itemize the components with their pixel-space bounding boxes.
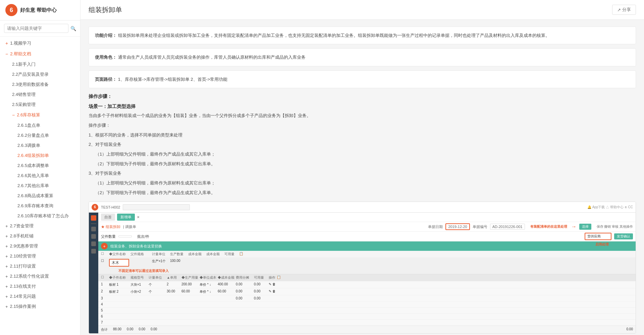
step1: 1、根据不同的业务，选择不同单据的类型来处理 [89, 131, 636, 139]
mock-sidebar-icon5 [91, 249, 96, 254]
share-icon: ↗ [617, 7, 621, 12]
mock-process-section: + 组装业务、拆卸业务在这里切换 启用处理 [98, 241, 636, 251]
mock-sidebar-icon2 [91, 227, 96, 231]
app-title: 好生意 帮助中心 [20, 7, 57, 13]
sidebar-item-28[interactable]: + 2.8手机旺铺 [0, 231, 80, 241]
step2-1: （1）上部明细为父件明细，最终作为产成品生成其它入库单； [89, 150, 636, 159]
mock-sub-th-qty1: ▲单用 [167, 275, 180, 280]
sidebar-item-263[interactable]: 2.6.3调拨单 [0, 141, 80, 151]
sidebar-item-264[interactable]: 2.6.4组装拆卸单 [0, 151, 80, 161]
mock-sub-row-1: 1 板材 1 大块×1 个 2 200.00 单价 * ↓ 400.00 0.0… [98, 281, 636, 288]
mock-unit-label: 批次/件 [137, 234, 149, 239]
annotation5-section: 不固定清单可以通过这里填写录入 [98, 268, 636, 274]
mock-date-label: 单据日期 [428, 224, 443, 229]
steps-sub-label: 操作步骤： [89, 121, 636, 130]
sidebar-item-265[interactable]: 2.6.5成本调整单 [0, 161, 80, 171]
mock-th-qty: 生产数量 [170, 252, 187, 257]
step2-2: （2）下部明细为子件明细，最终作为原材料生成其它出库单。 [89, 160, 636, 168]
expand-icon-212: + [5, 274, 8, 279]
path-label: 页面路径： [95, 77, 117, 82]
expand-icon: + [5, 41, 8, 46]
search-input[interactable] [4, 24, 68, 33]
mock-bottom-bar: 合计 88.00 0.00 0.00 0.00 0.00 [98, 326, 636, 333]
step3: 3、对于拆装业务 [89, 169, 636, 178]
mock-process-bar: + 组装业务、拆卸业务在这里切换 [98, 241, 636, 251]
step3-2: （2）下部明细为子件明细，最终作为产成品生成其它入库单。 [89, 189, 636, 197]
mock-sub-th-cost2: ◆成本金额 [218, 275, 234, 280]
mock-row1-cost1 [188, 259, 205, 267]
sidebar-item-26[interactable]: − 2.6库存核算 [0, 110, 80, 120]
logo-icon: 6 [5, 4, 17, 16]
mock-th-spec: 父件规格 [130, 252, 151, 257]
mock-th-total-cost: 成本金额 [206, 252, 223, 257]
sidebar-item-212[interactable]: + 2.12系统个性化设置 [0, 271, 80, 281]
mock-total-label: 合计 [101, 327, 108, 332]
expand-icon-210: + [5, 254, 8, 259]
sidebar-item-27[interactable]: + 2.7资金管理 [0, 221, 80, 231]
collapse-icon: − [5, 51, 8, 57]
mock-enable-field: 货供应商 [585, 233, 611, 240]
annotation4: 启用处理 [595, 242, 609, 247]
mock-th-check: ☐ [101, 252, 108, 257]
sidebar-item-29[interactable]: + 2.9优惠券管理 [0, 241, 80, 251]
sidebar-item-21[interactable]: 2.1新手入门 [0, 59, 80, 69]
sidebar-item-266[interactable]: 2.6.6其他入库单 [0, 171, 80, 181]
mock-action-btns: 保存 撤销 审核 其他操作 [597, 224, 633, 229]
mock-row1-qty: 100.00 [170, 259, 187, 267]
mock-search-bar [123, 204, 190, 210]
topbar: 组装拆卸单 ↗ 分享 [80, 0, 644, 20]
sidebar-item-214[interactable]: + 2.14常见问题 [0, 291, 80, 301]
annotation1: 有装配清单的在这里处理 [530, 224, 567, 229]
mock-right-icons: 🔔 App下载 △ 帮助中心 ⊕ CC [587, 205, 633, 210]
screenshot-inner: 6 TEST-H002 🔔 App下载 △ 帮助中心 ⊕ CC [89, 202, 636, 333]
sidebar-item-267[interactable]: 2.6.7其他出库单 [0, 181, 80, 191]
mock-logo: 6 [92, 204, 98, 211]
sidebar-item-210[interactable]: + 2.10经营管理 [0, 251, 80, 261]
mock-sub-row-2: 2 板材 2 小块×2 个 30.00 60.00 单价 * ↓ 60.00 0… [98, 288, 636, 295]
role-text: 通常由生产人员或库管人员完成拆装业务的操作，库管人员确认原材料的出库和产成品的入… [118, 55, 306, 60]
sidebar-item-215[interactable]: + 2.15操作案例 [0, 301, 80, 312]
mock-sub-th-check: ☐ [101, 275, 108, 280]
sidebar-item-23[interactable]: 2.3使用前数据准备 [0, 79, 80, 90]
role-block: 使用角色： 通常由生产人员或库管人员完成拆装业务的操作，库管人员确认原材料的出库… [89, 48, 636, 66]
mock-sub-th-cost3: 费用分摊 [236, 275, 253, 280]
share-button[interactable]: ↗ 分享 [612, 5, 636, 15]
sidebar-item-213[interactable]: + 2.13在线支付 [0, 281, 80, 291]
sidebar-item-261[interactable]: 2.6.1盘点单 [0, 120, 80, 130]
sidebar-item-22[interactable]: 2.2产品安装及登录 [0, 69, 80, 79]
sidebar-item-211[interactable]: + 2.11打印设置 [0, 261, 80, 271]
function-intro-block: 功能介绍： 组装拆卸单用来处理企业组装或拆卸等加工业务，支持有固定装配清单的产品… [89, 26, 636, 44]
sidebar-item-268[interactable]: 2.6.8商品成本重算 [0, 191, 80, 201]
mock-sub-table-header: ☐ ◆子件名称 规格型号 计量单位 ▲单用 ◆生产用量 ◆单位成本 ◆成本金额 … [98, 274, 636, 281]
mock-plus-btn: + [101, 243, 108, 249]
search-icon[interactable]: 🔍 [70, 26, 76, 31]
mock-sub-th-col1: ◆子件名称 [109, 275, 129, 280]
search-box[interactable]: 🔍 [0, 20, 80, 37]
sidebar-item-269[interactable]: 2.6.9库存账本查询 [0, 201, 80, 211]
main-content: 组装拆卸单 ↗ 分享 功能介绍： 组装拆卸单用来处理企业组装或拆卸等加工业务，支… [80, 0, 644, 335]
mock-sub-th-ops: 操作 [269, 275, 275, 280]
expand-icon-27: + [5, 224, 8, 229]
collapse-icon-26: − [12, 112, 15, 118]
mock-select-btn: 选择 [579, 224, 591, 230]
scene1-title: 场景一：加工类型选择 [89, 104, 636, 110]
mock-table-header: ☐ ◆父件名称 父件规格 计量单位 生产数量 成本金额 成本金额 可用量 📋 [98, 251, 636, 258]
mock-sidebar-icon1 [91, 215, 96, 221]
expand-icon-28: + [5, 234, 8, 239]
sidebar-item-24[interactable]: 2.4销售管理 [0, 90, 80, 100]
sidebar-item-25[interactable]: 2.5采购管理 [0, 100, 80, 110]
sidebar-item-262[interactable]: 2.6.2分量盘点单 [0, 130, 80, 141]
mock-body: 自首 新增单 ✕ ★ 组装拆卸 | 调拨单 单据日期 2019-12-20 单据… [89, 213, 636, 333]
function-intro-text: 组装拆卸单用来处理企业组装或拆卸等加工业务，支持有固定装配清单的产品加工业务，也… [118, 33, 550, 38]
mock-count-field [118, 235, 132, 237]
mock-main: 自首 新增单 ✕ ★ 组装拆卸 | 调拨单 单据日期 2019-12-20 单据… [98, 213, 636, 333]
mock-row1-unit: 生产×1个 [152, 259, 169, 267]
sidebar-item-video[interactable]: + 1.视频学习 [0, 38, 80, 49]
mock-total-values: 88.00 [113, 327, 121, 332]
mock-date-row: ★ 组装拆卸 | 调拨单 单据日期 2019-12-20 单据编号 AD-201… [98, 222, 636, 232]
sidebar-item-2610[interactable]: 2.6.10库存账本错了怎么办 [0, 211, 80, 221]
mock-process-text: 组装业务、拆卸业务在这里切换 [110, 244, 162, 249]
mock-th-avail: 可用量 [224, 252, 238, 257]
sidebar-item-docs[interactable]: − 2.帮助文档 [0, 49, 80, 59]
sidebar: 6 好生意 帮助中心 🔍 + 1.视频学习 − 2.帮助文档 2.1新手入门 2… [0, 0, 80, 335]
